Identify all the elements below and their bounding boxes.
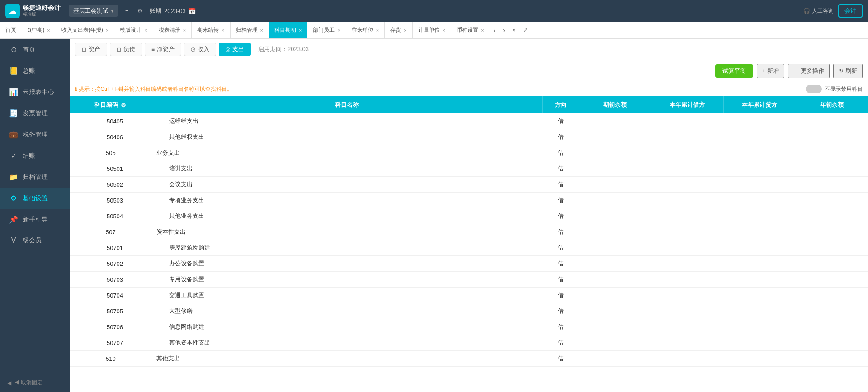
table-row[interactable]: 50707 其他资本性支出 借 [70, 335, 868, 351]
sidebar-item-settlement[interactable]: ✓ 结账 [0, 145, 70, 166]
sidebar-item-tax[interactable]: 💼 税务管理 [0, 124, 70, 145]
cell-year-begin [796, 288, 868, 303]
close-icon[interactable]: × [481, 28, 484, 33]
table-row[interactable]: 50703 专用设备购置 借 [70, 272, 868, 288]
logo-area: ☁ 畅捷通好会计 标准版 [5, 4, 64, 18]
cell-ytd-credit [723, 208, 796, 224]
refresh-button[interactable]: ↻ 刷新 [833, 64, 863, 78]
sidebar-item-reports[interactable]: 📊 云报表中心 [0, 81, 70, 103]
sub-tab-liability-label: 负债 [123, 45, 135, 53]
sidebar-item-archive[interactable]: 📁 归档管理 [0, 166, 70, 188]
table-row[interactable]: 50504 其他业务支出 借 [70, 208, 868, 224]
sub-tab-liability[interactable]: ◻ 负债 [110, 43, 142, 56]
tab-nav-next[interactable]: › [499, 22, 509, 39]
tab-period-end[interactable]: 期末结转 × [192, 22, 230, 39]
table-row[interactable]: 50502 会议支出 借 [70, 177, 868, 193]
close-icon[interactable]: × [222, 28, 224, 33]
sidebar-collapse-btn[interactable]: ◀ ◀ 取消固定 [0, 373, 70, 392]
tab-tax-label: 税表清册 [159, 26, 180, 34]
close-icon[interactable]: × [183, 28, 186, 33]
cell-direction: 借 [542, 193, 579, 208]
close-icon[interactable]: × [443, 28, 445, 33]
cell-name: 培训支出 [151, 161, 542, 177]
close-icon[interactable]: × [337, 28, 340, 33]
cell-opening-balance [579, 335, 651, 351]
table-row[interactable]: 50702 办公设备购置 借 [70, 256, 868, 272]
tab-tax[interactable]: 税表清册 × [153, 22, 192, 39]
sub-tab-net-asset[interactable]: ≡ 净资产 [145, 43, 181, 56]
archive-icon: 📁 [9, 173, 18, 181]
close-icon[interactable]: × [144, 28, 147, 33]
cell-ytd-credit [723, 335, 796, 351]
sub-tab-income[interactable]: ◷ 收入 [184, 43, 216, 56]
table-row[interactable]: 50501 培训支出 借 [70, 161, 868, 177]
cell-name: 交通工具购置 [151, 288, 542, 303]
cell-ytd-debit [651, 288, 723, 303]
settings-button[interactable]: ⚙ [135, 6, 145, 16]
cell-ytd-credit [723, 256, 796, 272]
table-row[interactable]: 507 资本性支出 借 [70, 224, 868, 240]
close-icon[interactable]: × [376, 28, 379, 33]
sidebar-item-guide[interactable]: 📌 新手引导 [0, 209, 70, 230]
cell-code: 50702 [70, 256, 151, 272]
sidebar-item-member[interactable]: V 畅会员 [0, 230, 70, 251]
tab-archive[interactable]: 归档管理 × [231, 22, 269, 39]
close-icon[interactable]: × [404, 28, 406, 33]
tab-subject-period-label: 科目期初 [274, 26, 296, 34]
tab-nav-prev[interactable]: ‹ [490, 22, 500, 39]
gear-icon[interactable]: ⚙ [121, 102, 126, 109]
close-icon[interactable]: × [106, 28, 108, 33]
cell-name: 会议支出 [151, 177, 542, 193]
table-row[interactable]: 50503 专项业务支出 借 [70, 193, 868, 208]
sidebar-item-home[interactable]: ⊙ 首页 [0, 39, 70, 60]
table-row[interactable]: 50706 信息网络购建 借 [70, 319, 868, 335]
tab-expand[interactable]: ⤢ [519, 22, 532, 39]
tab-income-annual[interactable]: 收入支出表(年报) × [56, 22, 114, 39]
add-tab-button[interactable]: + [123, 6, 131, 16]
tab-dept-staff[interactable]: 部门员工 × [307, 22, 346, 39]
cell-code: 505 [70, 145, 151, 161]
sidebar-tax-label: 税务管理 [23, 131, 48, 139]
table-row[interactable]: 50701 房屋建筑物购建 借 [70, 240, 868, 256]
close-icon[interactable]: × [47, 28, 50, 33]
sub-tab-asset[interactable]: ◻ 资产 [75, 43, 107, 56]
sidebar-item-basic[interactable]: ⚙ 基础设置 [0, 188, 70, 209]
table-row[interactable]: 50405 运维维支出 借 [70, 113, 868, 129]
col-ytd-debit: 本年累计借方 [651, 96, 723, 113]
account-button[interactable]: 会计 [838, 4, 863, 18]
help-button[interactable]: 🎧 人工咨询 [803, 7, 834, 15]
tab-unit[interactable]: 计量单位 × [413, 22, 451, 39]
cell-ytd-credit [723, 177, 796, 193]
tab-inventory[interactable]: 存货 × [385, 22, 412, 39]
tab-subject-period[interactable]: 科目期初 × [269, 22, 307, 39]
project-selector[interactable]: 基层工会测试 ▾ [69, 5, 118, 17]
tab-close-all[interactable]: × [509, 22, 519, 39]
sidebar-item-invoice[interactable]: 🧾 发票管理 [0, 103, 70, 124]
sidebar-item-ledger[interactable]: 📒 总账 [0, 60, 70, 81]
tab-interim[interactable]: ε(中期) × [22, 22, 56, 39]
add-button[interactable]: + 新增 [757, 64, 784, 78]
close-icon[interactable]: × [260, 28, 263, 33]
table-row[interactable]: 505 业务支出 借 [70, 145, 868, 161]
table-row[interactable]: 50704 交通工具购置 借 [70, 288, 868, 303]
tab-partner[interactable]: 往来单位 × [346, 22, 385, 39]
table-row[interactable]: 510 其他支出 借 [70, 351, 868, 367]
sub-tab-expense[interactable]: ◎ 支出 [219, 43, 251, 56]
cell-name: 办公设备购置 [151, 256, 542, 272]
disable-toggle[interactable] [806, 85, 822, 93]
cell-year-begin [796, 240, 868, 256]
tab-template[interactable]: 模版设计 × [114, 22, 153, 39]
more-button[interactable]: ⋯ 更多操作 [788, 64, 830, 78]
table-row[interactable]: 50705 大型修缮 借 [70, 303, 868, 319]
tab-home[interactable]: 首页 [0, 22, 22, 39]
sub-tab-asset-label: 资产 [89, 45, 100, 53]
tab-currency[interactable]: 币种设置 × [451, 22, 490, 39]
balance-button[interactable]: 试算平衡 [715, 64, 753, 78]
col-opening-balance: 期初余额 [579, 96, 651, 113]
sidebar-archive-label: 归档管理 [23, 173, 48, 181]
period-value: 2023-03 [164, 8, 186, 14]
close-icon[interactable]: × [299, 28, 302, 33]
calendar-icon[interactable]: 📅 [189, 8, 196, 14]
sidebar-guide-label: 新手引导 [23, 216, 48, 224]
table-row[interactable]: 50406 其他维权支出 借 [70, 129, 868, 145]
